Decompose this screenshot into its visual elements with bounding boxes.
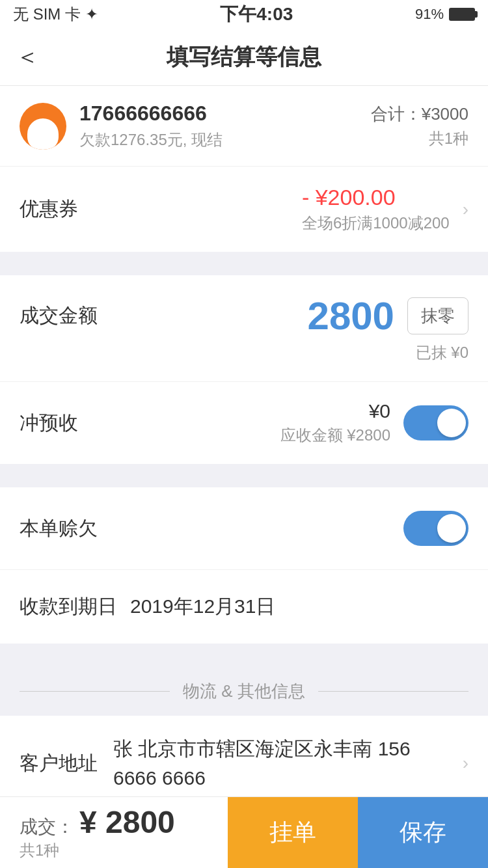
amount-section: 成交金额 2800 抹零 已抹 ¥0 冲预收 ¥0 应收金额 ¥2800 <box>0 275 488 464</box>
chevron-right-icon: › <box>463 199 468 220</box>
battery-icon <box>449 8 475 21</box>
address-label: 客户地址 <box>20 750 98 777</box>
amount-right: 2800 抹零 <box>308 293 468 338</box>
bottom-count: 共1种 <box>20 840 208 861</box>
prepay-row: 冲预收 ¥0 应收金额 ¥2800 <box>0 381 488 464</box>
prepay-right: ¥0 应收金额 ¥2800 <box>280 400 468 446</box>
status-time: 下午4:03 <box>220 2 293 27</box>
bottom-total-label: 成交： <box>20 815 74 839</box>
due-date-value: 2019年12月31日 <box>130 593 275 620</box>
logistics-line-right <box>318 691 468 692</box>
amount-row-wrapper: 成交金额 2800 抹零 已抹 ¥0 <box>0 275 488 381</box>
avatar-icon <box>27 118 59 150</box>
customer-info: 17666666666 欠款1276.35元, 现结 <box>79 102 223 150</box>
customer-right: 合计：¥3000 共1种 <box>371 103 468 149</box>
status-right: 91% <box>415 6 475 23</box>
battery-percent: 91% <box>415 6 444 23</box>
customer-section: 17666666666 欠款1276.35元, 现结 合计：¥3000 共1种 … <box>0 86 488 252</box>
customer-left: 17666666666 欠款1276.35元, 现结 <box>20 102 223 150</box>
amount-sub: 已抹 ¥0 <box>20 342 468 363</box>
round-zero-button[interactable]: 抹零 <box>407 297 468 334</box>
customer-sub-info: 欠款1276.35元, 现结 <box>79 129 223 150</box>
debit-toggle-knob <box>437 514 466 543</box>
coupon-value-col: - ¥200.00 全场6折满1000减200 <box>302 185 450 234</box>
logistics-line-left <box>20 691 170 692</box>
prepay-amount-col: ¥0 应收金额 ¥2800 <box>280 400 390 446</box>
status-left: 无 SIM 卡 ✦ <box>13 4 98 25</box>
prepay-toggle[interactable] <box>403 405 468 441</box>
status-bar: 无 SIM 卡 ✦ 下午4:03 91% <box>0 0 488 29</box>
coupon-discount: - ¥200.00 <box>302 185 450 210</box>
bottom-total-row: 成交： ¥ 2800 <box>20 804 208 840</box>
total-count: 共1种 <box>371 128 468 149</box>
bottom-total-amount: ¥ 2800 <box>79 804 175 840</box>
customer-phone: 17666666666 <box>79 102 223 126</box>
debit-row: 本单赊欠 <box>0 487 488 569</box>
signal-text: 无 SIM 卡 ✦ <box>13 4 98 25</box>
customer-row: 17666666666 欠款1276.35元, 现结 合计：¥3000 共1种 <box>0 86 488 166</box>
divider-1 <box>0 262 488 275</box>
avatar <box>20 103 66 150</box>
amount-value: 2800 <box>308 293 394 338</box>
bottom-bar: 成交： ¥ 2800 共1种 挂单 保存 <box>0 796 488 868</box>
debit-label: 本单赊欠 <box>20 515 98 542</box>
bottom-info: 成交： ¥ 2800 共1种 <box>0 804 228 861</box>
due-date-row: 收款到期日 2019年12月31日 <box>0 569 488 644</box>
coupon-label: 优惠券 <box>20 196 78 223</box>
nav-bar: ＜ 填写结算等信息 <box>0 29 488 86</box>
divider-2 <box>0 474 488 487</box>
back-button[interactable]: ＜ <box>16 41 39 73</box>
due-date-label: 收款到期日 <box>20 593 117 620</box>
prepay-label: 冲预收 <box>20 410 78 437</box>
prepay-sub: 应收金额 ¥2800 <box>280 425 390 446</box>
coupon-right: - ¥200.00 全场6折满1000减200 › <box>302 185 468 234</box>
prepay-amount: ¥0 <box>280 400 390 422</box>
divider-3 <box>0 654 488 667</box>
amount-label: 成交金额 <box>20 303 98 329</box>
coupon-desc: 全场6折满1000减200 <box>302 213 450 234</box>
logistics-divider: 物流 & 其他信息 <box>0 667 488 716</box>
total-label: 合计：¥3000 <box>371 103 468 126</box>
debit-toggle[interactable] <box>403 511 468 546</box>
address-content: 张 北京市市辖区海淀区永丰南 156 6666 6666 <box>113 734 457 793</box>
logistics-label: 物流 & 其他信息 <box>183 680 305 703</box>
hang-order-button[interactable]: 挂单 <box>228 797 358 869</box>
save-button[interactable]: 保存 <box>358 797 488 869</box>
address-chevron-icon: › <box>463 753 468 774</box>
toggle-knob <box>437 409 466 437</box>
amount-row: 成交金额 2800 抹零 <box>20 293 468 338</box>
page-title: 填写结算等信息 <box>167 42 321 72</box>
coupon-row[interactable]: 优惠券 - ¥200.00 全场6折满1000减200 › <box>0 166 488 252</box>
debit-section: 本单赊欠 收款到期日 2019年12月31日 <box>0 487 488 644</box>
